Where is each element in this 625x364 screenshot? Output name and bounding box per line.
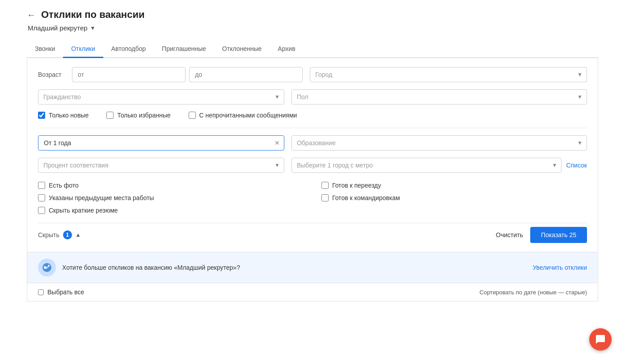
only-favorites-checkbox-item[interactable]: Только избранные: [106, 112, 170, 119]
page-title: Отклики по вакансии: [41, 9, 144, 21]
clear-button[interactable]: Очистить: [496, 231, 523, 238]
back-button[interactable]: ←: [27, 10, 36, 20]
age-from-input[interactable]: [72, 67, 186, 82]
only-new-label: Только новые: [49, 112, 89, 119]
promo-link[interactable]: Увеличить отклики: [532, 264, 587, 271]
select-all-checkbox[interactable]: [38, 289, 44, 295]
experience-clear-icon[interactable]: ✕: [274, 139, 280, 146]
ready-travel-checkbox[interactable]: [321, 194, 329, 201]
percent-select[interactable]: [38, 158, 284, 173]
unread-messages-checkbox-item[interactable]: С непрочитанными сообщениями: [189, 112, 297, 119]
list-link[interactable]: Список: [566, 162, 587, 169]
only-new-checkbox[interactable]: [38, 112, 45, 119]
unread-messages-label: С непрочитанными сообщениями: [199, 112, 297, 119]
has-photo-checkbox[interactable]: [38, 182, 45, 189]
tab-auto[interactable]: Автоподбор: [103, 41, 154, 58]
prev-jobs-label: Указаны предыдущие места работы: [49, 194, 154, 201]
unread-messages-checkbox[interactable]: [189, 112, 196, 119]
select-all-label: Выбрать все: [47, 289, 84, 296]
filter-panel: Возраст ▼ Город ▼ Гражданство: [27, 58, 598, 252]
ready-relocation-label: Готов к переезду: [332, 182, 381, 189]
age-to-input[interactable]: [189, 67, 303, 82]
vacancy-name: Младший рекрутер: [28, 24, 88, 32]
ready-travel-label: Готов к командировкам: [332, 194, 400, 201]
prev-jobs-checkbox[interactable]: [38, 194, 45, 201]
has-photo-label: Есть фото: [49, 182, 79, 189]
hide-count-badge: 1: [63, 230, 72, 239]
promo-bar: Хотите больше откликов на вакансию «Млад…: [27, 252, 598, 283]
only-new-checkbox-item[interactable]: Только новые: [38, 112, 89, 119]
only-favorites-checkbox[interactable]: [106, 112, 114, 119]
metro-select[interactable]: [291, 158, 562, 173]
gender-select[interactable]: [291, 89, 587, 105]
prev-jobs-checkbox-item[interactable]: Указаны предыдущие места работы: [38, 194, 304, 201]
hide-chevron-icon[interactable]: ▲: [76, 232, 81, 238]
ready-travel-checkbox-item[interactable]: Готов к командировкам: [321, 194, 587, 201]
city-select[interactable]: [310, 67, 587, 82]
show-button[interactable]: Показать 25: [530, 227, 587, 243]
tab-declined[interactable]: Отклоненные: [214, 41, 270, 58]
sort-label: Сортировать по дате (новые — старые): [480, 289, 587, 296]
hide-short-checkbox-item[interactable]: Скрыть краткие резюме: [38, 207, 304, 214]
experience-input[interactable]: [38, 135, 284, 151]
tab-invited[interactable]: Приглашенные: [154, 41, 214, 58]
tabs-bar: Звонки Отклики Автоподбор Приглашенные О…: [27, 41, 598, 58]
ready-relocation-checkbox-item[interactable]: Готов к переезду: [321, 182, 587, 189]
bottom-bar: Выбрать все Сортировать по дате (новые —…: [27, 283, 598, 301]
has-photo-checkbox-item[interactable]: Есть фото: [38, 182, 304, 189]
only-favorites-label: Только избранные: [117, 112, 170, 119]
chat-fab[interactable]: [589, 328, 612, 351]
vacancy-selector[interactable]: Младший рекрутер ▼: [28, 24, 598, 32]
promo-text: Хотите больше откликов на вакансию «Млад…: [62, 264, 526, 271]
tab-responses[interactable]: Отклики: [63, 41, 103, 58]
promo-icon: [38, 259, 56, 276]
hide-label[interactable]: Скрыть: [38, 231, 59, 238]
education-select[interactable]: [291, 135, 587, 151]
age-label: Возраст: [38, 71, 65, 78]
citizenship-select[interactable]: [38, 89, 284, 105]
hide-short-label: Скрыть краткие резюме: [49, 207, 118, 214]
vacancy-chevron-icon: ▼: [90, 25, 96, 31]
tab-calls[interactable]: Звонки: [27, 41, 63, 58]
ready-relocation-checkbox[interactable]: [321, 182, 329, 189]
hide-short-checkbox[interactable]: [38, 207, 45, 214]
tab-archive[interactable]: Архив: [270, 41, 303, 58]
